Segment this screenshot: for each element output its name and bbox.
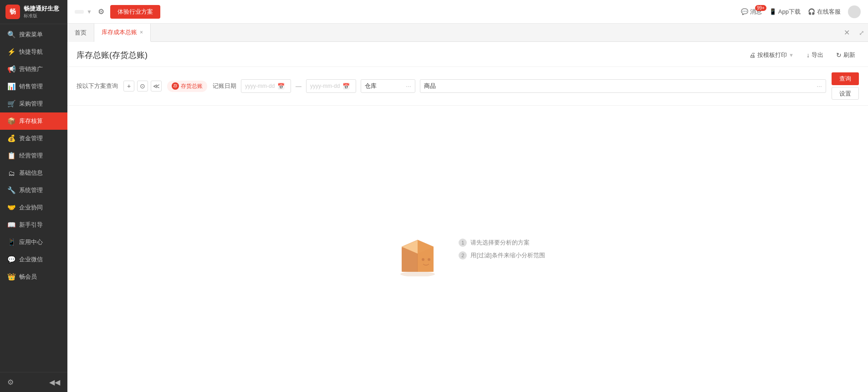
quick-nav-icon: ⚡ [7, 48, 15, 56]
sidebar-item-label: 系统管理 [19, 186, 43, 194]
footer-collapse-icon[interactable]: ◀◀ [49, 378, 60, 387]
sidebar-item-guide[interactable]: 📖 新手引导 [0, 216, 67, 234]
date-separator: — [296, 83, 301, 90]
sidebar-item-basic-info[interactable]: 🗂 基础信息 [0, 164, 67, 182]
hint-num-1: 1 [459, 239, 467, 247]
sidebar-item-sales[interactable]: 📊 销售管理 [0, 78, 67, 95]
hint-num-2: 2 [459, 251, 467, 260]
product-label: 商品 [424, 82, 436, 90]
tab-home-label: 首页 [75, 29, 87, 37]
wechat-icon: 💬 [7, 255, 15, 264]
hint-text-1: 请先选择要分析的方案 [470, 239, 530, 247]
topbar-right: 💬 消息 99+ 📱 App下载 🎧 在线客服 [741, 5, 861, 18]
warehouse-more-icon: ··· [406, 82, 411, 90]
sales-icon: 📊 [7, 82, 15, 91]
warehouse-select[interactable]: 仓库 ··· [361, 79, 415, 93]
svg-point-8 [422, 258, 424, 261]
tab-panel-close-btn[interactable]: ✕ [838, 28, 855, 37]
empty-hints: 1 请先选择要分析的方案 2 用[过滤]条件来缩小分析范围 [459, 239, 545, 260]
svg-point-0 [400, 271, 435, 276]
empty-state: 1 请先选择要分析的方案 2 用[过滤]条件来缩小分析范围 [67, 106, 868, 392]
online-service-btn[interactable]: 🎧 在线客服 [808, 8, 841, 16]
sidebar-item-label: 基础信息 [19, 169, 43, 177]
print-btn[interactable]: 🖨 按模板打印 ▼ [745, 49, 797, 61]
main-content: ▼ ⚙ 体验行业方案 💬 消息 99+ 📱 App下载 🎧 在线客服 [67, 0, 868, 392]
trial-button[interactable]: 体验行业方案 [110, 5, 160, 19]
tab-panel-expand-btn[interactable]: ⤢ [855, 29, 868, 36]
settings-button[interactable]: 设置 [832, 87, 859, 100]
page-title: 库存总账(存货总账) [77, 50, 148, 61]
sidebar-item-label: 经营管理 [19, 152, 43, 160]
page-header-actions: 🖨 按模板打印 ▼ ↓ 导出 ↻ 刷新 [745, 49, 859, 61]
search-icon: 🔍 [7, 31, 15, 39]
sidebar-item-inventory[interactable]: 📦 库存核算 [0, 112, 67, 130]
manage-scheme-btn[interactable]: ⊙ [137, 81, 148, 92]
app-logo: 畅 畅捷通好生意 标准版 [0, 0, 67, 24]
product-select[interactable]: 商品 ··· [420, 79, 826, 93]
date-start-placeholder: yyyy-mm-dd [245, 83, 275, 89]
sidebar-item-operations[interactable]: 📋 经营管理 [0, 147, 67, 164]
export-label: 导出 [812, 51, 823, 59]
phone-icon: 📱 [769, 8, 776, 15]
message-icon: 💬 [741, 8, 748, 15]
empty-box-svg [390, 222, 445, 276]
sidebar-item-marketing[interactable]: 📢 营销推广 [0, 61, 67, 78]
hint-text-2: 用[过滤]条件来缩小分析范围 [470, 251, 545, 260]
cooperation-icon: 🤝 [7, 204, 15, 212]
filter-bar: 按以下方案查询 + ⊙ ≪ 存 存货总账 记账日期 yyyy-mm-dd 📅 —… [67, 67, 868, 106]
sidebar-item-finance[interactable]: 💰 资金管理 [0, 130, 67, 147]
app-center-icon: 📱 [7, 238, 15, 246]
sidebar-item-purchase[interactable]: 🛒 采购管理 [0, 95, 67, 112]
user-avatar[interactable] [848, 5, 861, 18]
sidebar-item-app-center[interactable]: 📱 应用中心 [0, 234, 67, 251]
sidebar-item-label: 快捷导航 [19, 48, 43, 56]
date-field-label: 记账日期 [213, 82, 236, 90]
sidebar-item-search[interactable]: 🔍 搜索菜单 [0, 26, 67, 43]
filter-scheme-item[interactable]: 存 存货总账 [167, 81, 207, 92]
sidebar-item-label: 营销推广 [19, 65, 43, 73]
refresh-btn[interactable]: ↻ 刷新 [832, 49, 859, 61]
refresh-label: 刷新 [843, 51, 855, 59]
sidebar-item-cooperation[interactable]: 🤝 企业协同 [0, 199, 67, 216]
tab-inventory-ledger[interactable]: 库存成本总账 × [94, 24, 151, 42]
sidebar-item-quick-nav[interactable]: ⚡ 快捷导航 [0, 43, 67, 61]
tab-close-icon[interactable]: × [140, 29, 143, 36]
sidebar-item-member[interactable]: 👑 畅会员 [0, 268, 67, 285]
footer-settings-icon[interactable]: ⚙ [7, 378, 14, 387]
app-download-btn[interactable]: 📱 App下载 [769, 8, 801, 16]
page-header: 库存总账(存货总账) 🖨 按模板打印 ▼ ↓ 导出 ↻ 刷新 [67, 42, 868, 67]
breadcrumb-arrow: ▼ [87, 9, 92, 15]
message-btn[interactable]: 💬 消息 99+ [741, 8, 762, 16]
sidebar-item-label: 新手引导 [19, 221, 43, 229]
message-badge: 99+ [755, 5, 766, 11]
collapse-filter-btn[interactable]: ≪ [151, 81, 162, 92]
scheme-name: 存货总账 [181, 82, 203, 90]
calendar-start-icon: 📅 [277, 83, 285, 90]
print-arrow-icon: ▼ [789, 52, 794, 58]
sidebar-item-wechat[interactable]: 💬 企业微信 [0, 251, 67, 268]
date-end-placeholder: yyyy-mm-dd [310, 83, 340, 89]
app-download-label: App下载 [778, 8, 801, 16]
topbar: ▼ ⚙ 体验行业方案 💬 消息 99+ 📱 App下载 🎧 在线客服 [67, 0, 868, 24]
finance-icon: 💰 [7, 134, 15, 143]
inventory-icon: 📦 [7, 117, 15, 125]
online-service-label: 在线客服 [817, 8, 841, 16]
app-name: 畅捷通好生意 [24, 5, 59, 13]
date-end-input[interactable]: yyyy-mm-dd 📅 [306, 79, 356, 93]
print-icon: 🖨 [749, 51, 756, 59]
topbar-settings-btn[interactable]: ⚙ [95, 5, 107, 18]
date-start-input[interactable]: yyyy-mm-dd 📅 [241, 79, 291, 93]
app-version: 标准版 [24, 13, 59, 19]
filter-label: 按以下方案查询 [77, 82, 118, 90]
sidebar-item-label: 搜索菜单 [19, 31, 43, 39]
hint-item-1: 1 请先选择要分析的方案 [459, 239, 545, 247]
tab-home[interactable]: 首页 [67, 24, 94, 42]
sidebar-footer: ⚙ ◀◀ [0, 372, 67, 392]
scheme-icon: 存 [172, 82, 179, 90]
export-btn[interactable]: ↓ 导出 [803, 49, 827, 61]
operations-icon: 📋 [7, 152, 15, 160]
sidebar-item-label: 企业协同 [19, 204, 43, 212]
add-scheme-btn[interactable]: + [123, 81, 134, 92]
query-button[interactable]: 查询 [832, 72, 859, 85]
sidebar-item-system[interactable]: 🔧 系统管理 [0, 182, 67, 199]
